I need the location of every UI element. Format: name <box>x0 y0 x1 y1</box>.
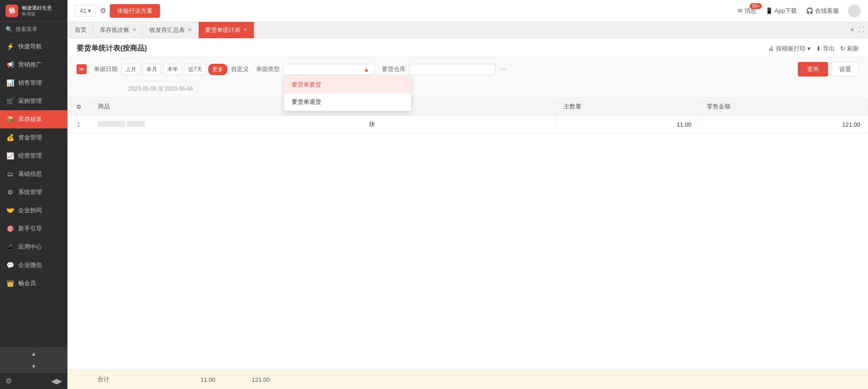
filter-bar: ≫ 单据日期 上月 本月 本年 近7天 更多 自定义 单据类型 ▲ <box>67 57 868 82</box>
date-range-row: 2023-05-06 至 2023-06-06 <box>67 82 868 98</box>
sidebar-item-system[interactable]: ⚙系统管理 <box>0 183 67 201</box>
page-title: 要货单统计表(按商品) <box>77 44 147 53</box>
sidebar-item-finance[interactable]: 💰资金管理 <box>0 128 67 147</box>
filter-expand-button[interactable]: ≫ <box>77 64 87 74</box>
page-content: 要货单统计表(按商品) 🖨 按模板打印 ▾ ⬇ 导出 ↻ 刷新 ≫ <box>67 38 868 389</box>
message-item[interactable]: ✉ 消息 99+ <box>738 7 756 15</box>
refresh-action[interactable]: ↻ 刷新 <box>840 45 859 53</box>
topbar-gear-icon[interactable]: ⚙ <box>100 6 106 15</box>
print-template-action[interactable]: 🖨 按模板打印 ▾ <box>768 45 811 53</box>
col-settings[interactable]: ⚙ <box>67 98 90 116</box>
nav-icon-marketing: 📢 <box>5 61 15 68</box>
company-dropdown[interactable]: 41 ▾ <box>75 5 96 16</box>
this-year-btn[interactable]: 本年 <box>163 64 182 75</box>
maximize-icon[interactable]: ⛶ <box>858 26 864 33</box>
sidebar-item-inventory[interactable]: 📦库存核算 <box>0 110 67 128</box>
sidebar-scroll-up[interactable]: ▼ <box>0 360 67 373</box>
footer-amount: 121.00 <box>252 376 270 383</box>
warehouse-filter-group: 要货仓库 ··· <box>382 64 505 75</box>
sidebar-item-basic[interactable]: 🗂基础信息 <box>0 165 67 183</box>
sidebar-item-purchase[interactable]: 🛒采购管理 <box>0 92 67 110</box>
tab-home[interactable]: 首页 <box>71 22 93 38</box>
footer-values: 11.00 121.00 <box>200 376 270 383</box>
export-action[interactable]: ⬇ 导出 <box>816 45 835 53</box>
nav-label-sales: 销售管理 <box>18 79 42 87</box>
nav-icon-apps: 📱 <box>5 243 15 251</box>
tab-close-icon[interactable]: ✕ <box>132 27 136 33</box>
sidebar-item-operations[interactable]: 📈经营管理 <box>0 147 67 165</box>
nav-icon-operations: 📈 <box>5 152 15 159</box>
dropdown-item-order-goods[interactable]: 要货单要货 <box>284 76 411 93</box>
print-icon: 🖨 <box>768 45 774 52</box>
collapse-icon[interactable]: ◀▶ <box>51 377 62 385</box>
sidebar-item-enterprise[interactable]: 🤝企业协同 <box>0 201 67 220</box>
search-menu[interactable]: 🔍 搜索菜单 <box>0 22 67 37</box>
nav-icon-sales: 📊 <box>5 79 15 87</box>
type-select[interactable]: ▲ 要货单要货 要货单退货 <box>283 64 375 75</box>
message-icon: ✉ <box>738 7 743 14</box>
app-download-item[interactable]: 📱 App下载 <box>765 7 797 15</box>
last-month-btn[interactable]: 上月 <box>121 64 140 75</box>
sidebar-item-member[interactable]: 👑畅会员 <box>0 274 67 292</box>
sidebar-item-marketing[interactable]: 📢营销推广 <box>0 56 67 74</box>
type-filter-group: 单据类型 ▲ 要货单要货 要货单退货 <box>256 64 375 75</box>
tab-close-icon[interactable]: ✕ <box>188 27 192 33</box>
user-avatar[interactable] <box>848 5 861 17</box>
tab-bar: 首页 库存批次账 ✕ 收发存汇总表 ✕ 要货单统计表 ✕ ✕ ⛶ <box>67 22 868 38</box>
nav-label-quick-nav: 快捷导航 <box>18 42 42 51</box>
dropdown-item-return-goods[interactable]: 要货单退货 <box>284 93 411 111</box>
topbar: 41 ▾ ⚙ 体验行业方案 ✉ 消息 99+ 📱 App下载 🎧 在线客服 <box>67 0 868 22</box>
tab-collect-summary[interactable]: 收发存汇总表 ✕ <box>143 22 199 38</box>
custom-label[interactable]: 自定义 <box>231 65 249 73</box>
tab-order-summary[interactable]: 要货单统计表 ✕ <box>199 22 254 38</box>
sidebar-item-apps[interactable]: 📱应用中心 <box>0 238 67 256</box>
nav-icon-basic: 🗂 <box>5 170 15 178</box>
chevron-down-icon: ▾ <box>88 7 91 14</box>
sidebar-item-guide[interactable]: 🎯新手引导 <box>0 220 67 238</box>
type-select-value <box>288 66 361 73</box>
table-row: 1 块 11.00 121.00 <box>67 116 868 133</box>
nav-label-finance: 资金管理 <box>18 133 42 142</box>
headset-icon: 🎧 <box>806 7 813 14</box>
tab-close-icon[interactable]: ✕ <box>243 27 247 33</box>
ellipsis-icon[interactable]: ··· <box>499 65 505 73</box>
tab-inventory-batch[interactable]: 库存批次账 ✕ <box>93 22 143 38</box>
warehouse-input[interactable] <box>409 64 496 75</box>
settings-icon[interactable]: ⚙ <box>5 377 12 385</box>
table-header-row: ⚙ 商品 主计量单位 主数量 零售金额 <box>67 98 868 116</box>
app-name: 畅捷通好生意 标准版 <box>22 5 52 17</box>
sidebar-scroll-down[interactable]: ▲ <box>0 347 67 360</box>
footer-quantity: 11.00 <box>200 376 216 383</box>
search-icon: 🔍 <box>5 26 13 33</box>
table-footer: 合计 11.00 121.00 <box>67 369 868 389</box>
nav-icon-finance: 💰 <box>5 134 15 141</box>
sidebar-item-wechat[interactable]: 💬企业微信 <box>0 256 67 274</box>
sidebar-item-sales[interactable]: 📊销售管理 <box>0 74 67 92</box>
nav-label-inventory: 库存核算 <box>18 115 42 123</box>
page-header-actions: 🖨 按模板打印 ▾ ⬇ 导出 ↻ 刷新 <box>768 45 859 53</box>
nav-label-enterprise: 企业协同 <box>18 206 42 215</box>
last-7-days-btn[interactable]: 近7天 <box>184 64 206 75</box>
nav-label-purchase: 采购管理 <box>18 97 42 105</box>
col-amount: 零售金额 <box>699 98 868 116</box>
date-range-display: 2023-05-06 至 2023-06-06 <box>128 85 193 93</box>
nav-label-guide: 新手引导 <box>18 225 42 233</box>
date-label: 单据日期 <box>94 65 118 73</box>
footer-label: 合计 <box>98 375 109 384</box>
sidebar-item-quick-nav[interactable]: ⚡快捷导航 <box>0 37 67 56</box>
this-month-btn[interactable]: 本月 <box>142 64 161 75</box>
download-icon: 📱 <box>765 7 773 14</box>
nav-icon-member: 👑 <box>5 280 15 287</box>
close-window-icon[interactable]: ✕ <box>850 26 855 33</box>
type-dropdown-menu: 要货单要货 要货单退货 <box>284 76 411 111</box>
refresh-icon: ↻ <box>840 45 845 52</box>
query-button[interactable]: 查询 <box>798 62 828 77</box>
online-service-item[interactable]: 🎧 在线客服 <box>806 7 839 15</box>
settings-button[interactable]: 设置 <box>832 62 859 77</box>
trial-button[interactable]: 体验行业方案 <box>110 4 160 18</box>
row-product <box>90 116 361 133</box>
date-filter-group: 单据日期 上月 本月 本年 近7天 更多 自定义 <box>94 64 249 75</box>
more-dates-btn[interactable]: 更多 <box>208 64 227 75</box>
export-icon: ⬇ <box>816 45 821 52</box>
date-buttons: 上月 本月 本年 近7天 更多 <box>121 64 227 75</box>
